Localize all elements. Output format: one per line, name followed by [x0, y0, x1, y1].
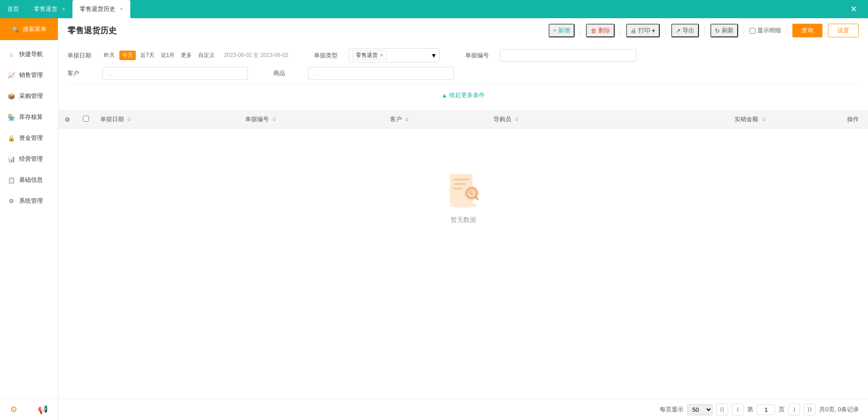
page-input[interactable] [757, 405, 775, 415]
collapse-filter-button[interactable]: ▲ 收起更多条件 [434, 89, 492, 101]
speaker-icon[interactable]: 📢 [38, 405, 48, 415]
main-layout: 🔍 搜索菜单 ⌂快捷导航📈销售管理📦采购管理🏪库存核算🔒资金管理📊经营管理📋基础… [0, 18, 868, 420]
date-today-btn[interactable]: 今天 [119, 51, 136, 60]
doc-type-tag-close[interactable]: ✕ [380, 52, 384, 58]
sidebar-item-basic[interactable]: 📋基础信息 [0, 169, 58, 190]
export-button[interactable]: ↗ 导出 [671, 24, 699, 37]
refresh-icon: ↻ [715, 27, 720, 34]
new-button[interactable]: + 新增 [549, 24, 575, 37]
settings-icon[interactable]: ⚙ [10, 405, 17, 415]
col-guide[interactable]: 导购员 [488, 111, 612, 128]
query-button[interactable]: 查询 [792, 24, 822, 37]
date-last7-btn[interactable]: 近7天 [139, 51, 156, 60]
export-icon: ↗ [676, 27, 681, 34]
sidebar-item-label-system: 系统管理 [19, 197, 43, 205]
col-number[interactable]: 单据编号 [240, 111, 385, 128]
divider [580, 26, 580, 35]
tab-retail-return[interactable]: 零售退货× [26, 0, 72, 18]
col-date[interactable]: 单据日期 [95, 111, 240, 128]
tab-list: 首页零售退货×零售退货历史× [0, 0, 847, 18]
sidebar-item-label-operation: 经营管理 [19, 155, 43, 163]
first-page-button[interactable]: ⟨⟨ [716, 404, 728, 415]
sidebar-item-quick-nav[interactable]: ⌂快捷导航 [0, 44, 58, 65]
collapse-icon: ▲ [442, 92, 447, 99]
sidebar-item-finance[interactable]: 🔒资金管理 [0, 128, 58, 149]
home-icon: ⌂ [7, 50, 15, 58]
sort-number-icon [272, 118, 276, 122]
main-table: ⚙ 单据日期 单据编号 [58, 111, 868, 261]
tab-home[interactable]: 首页 [0, 0, 26, 18]
show-detail-checkbox[interactable] [750, 28, 755, 34]
tab-retail-return-history[interactable]: 零售退货历史× [72, 0, 130, 18]
toolbar-actions: + 新增 🗑 删除 🖨 打印 ▾ ↗ 导出 [549, 24, 859, 37]
date-quick-filter: 昨天 今天 近7天 近1月 更多 自定义 [102, 51, 216, 60]
divider [744, 26, 744, 35]
table-area: ⚙ 单据日期 单据编号 [58, 111, 868, 399]
filter-area: 单据日期 昨天 今天 近7天 近1月 更多 自定义 2023-06-02 至 2… [67, 43, 859, 110]
page-unit: 页 [779, 405, 785, 414]
sort-amount-icon [762, 118, 765, 122]
print-button[interactable]: 🖨 打印 ▾ [626, 24, 660, 37]
delete-icon: 🗑 [591, 27, 596, 34]
table-wrapper: ⚙ 单据日期 单据编号 [58, 111, 868, 399]
divider [620, 26, 621, 35]
tab-close-retail-return[interactable]: × [62, 6, 65, 12]
customer-select[interactable]: ... [102, 67, 248, 80]
date-last1m-btn[interactable]: 近1月 [159, 51, 177, 60]
search-icon: 🔍 [12, 26, 19, 33]
sidebar-item-sales[interactable]: 📈销售管理 [0, 65, 58, 86]
col-settings[interactable]: ⚙ [58, 111, 77, 128]
chart-icon: 📈 [7, 71, 15, 79]
date-yesterday-btn[interactable]: 昨天 [102, 51, 117, 60]
empty-state: 暂无数据 [58, 128, 868, 261]
sidebar-item-system[interactable]: ⚙系统管理 [0, 190, 58, 211]
doc-type-tag: 零售退货 ✕ [353, 51, 387, 60]
sidebar-search-button[interactable]: 🔍 搜索菜单 [0, 18, 58, 40]
sidebar-item-inventory[interactable]: 🏪库存核算 [0, 107, 58, 128]
doc-type-select[interactable]: 零售退货 ✕ ▾ [349, 48, 440, 62]
col-customer[interactable]: 客户 [385, 111, 488, 128]
sidebar-search-label: 搜索菜单 [23, 25, 46, 33]
empty-icon [441, 165, 486, 210]
date-range-text: 2023-06-02 至 2023-06-02 [224, 51, 288, 59]
window-close-button[interactable]: ✕ [847, 2, 861, 16]
page-size-select[interactable]: 10 20 50 100 [687, 404, 713, 415]
date-more-btn[interactable]: 更多 [179, 51, 194, 60]
print-icon: 🖨 [631, 27, 637, 34]
sidebar-item-purchase[interactable]: 📦采购管理 [0, 86, 58, 107]
date-filter-label: 单据日期 [67, 51, 95, 60]
doc-type-label: 单据类型 [314, 51, 341, 60]
refresh-button[interactable]: ↻ 刷新 [710, 24, 738, 37]
sidebar-item-label-inventory: 库存核算 [19, 113, 43, 121]
next-page-button[interactable]: ⟩ [788, 404, 800, 415]
empty-text: 暂无数据 [451, 216, 476, 224]
delete-button[interactable]: 🗑 删除 [586, 24, 615, 37]
prev-page-button[interactable]: ⟨ [732, 404, 744, 415]
last-page-button[interactable]: ⟩⟩ [804, 404, 816, 415]
customer-label: 客户 [67, 69, 95, 77]
tab-close-retail-return-history[interactable]: × [120, 6, 123, 12]
sidebar-item-operation[interactable]: 📊经营管理 [0, 149, 58, 169]
filter-row-1: 单据日期 昨天 今天 近7天 近1月 更多 自定义 2023-06-02 至 2… [67, 48, 859, 62]
sidebar-item-label-purchase: 采购管理 [19, 92, 43, 100]
settings-button[interactable]: 设置 [828, 24, 859, 37]
sidebar-item-label-basic: 基础信息 [19, 176, 43, 184]
col-amount[interactable]: 实销金额 [612, 111, 776, 128]
gear-icon: ⚙ [7, 197, 15, 205]
grid-icon: 📋 [7, 176, 15, 184]
sort-customer-icon [405, 118, 409, 122]
divider [786, 26, 787, 35]
select-all-checkbox[interactable] [83, 116, 89, 122]
page-size-label: 每页显示 [660, 405, 683, 414]
date-custom-btn[interactable]: 自定义 [196, 51, 216, 60]
print-dropdown-icon: ▾ [652, 27, 655, 34]
filter-row-2: 客户 ... 商品 ... [67, 67, 859, 80]
doc-number-label: 单据编号 [465, 51, 493, 60]
goods-select[interactable]: ... [308, 67, 454, 80]
doc-number-input[interactable] [500, 49, 637, 61]
pagination-bar: 每页显示 10 20 50 100 ⟨⟨ ⟨ 第 页 ⟩ ⟩⟩ 共0页, 0条记… [58, 399, 868, 420]
divider [704, 26, 705, 35]
topbar-right: ✕ [847, 2, 868, 16]
show-detail-checkbox-label[interactable]: 显示明细 [750, 26, 781, 35]
col-checkbox [77, 111, 95, 128]
